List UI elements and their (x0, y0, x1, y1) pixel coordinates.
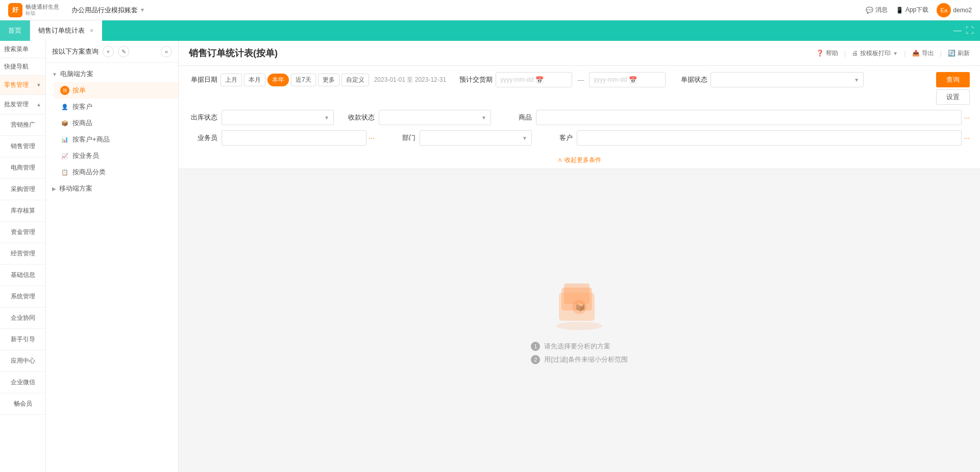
payment-label: 收款状态 (346, 113, 375, 122)
scheme-label-by-salesperson: 按业务员 (72, 151, 99, 160)
dept-label: 部门 (387, 133, 415, 143)
export-icon: 📤 (912, 50, 920, 57)
company-dropdown-icon[interactable]: ▼ (140, 7, 145, 13)
goods-more-button[interactable]: ··· (964, 113, 970, 122)
data-area: 📦 1 请先选择要分析的方案 2 用[过滤]条件来缩小分析范围 (179, 169, 980, 472)
user-profile[interactable]: Ea demo2 (937, 3, 972, 17)
mobile-scheme-label: 移动端方案 (59, 184, 92, 193)
sidebar-item-finance[interactable]: 资金管理 (0, 222, 45, 243)
scheme-item-by-category[interactable]: 📋 按商品分类 (54, 164, 178, 180)
empty-steps: 1 请先选择要分析的方案 2 用[过滤]条件来缩小分析范围 (531, 342, 627, 364)
tab-sales-order-stats[interactable]: 销售订单统计表 × (30, 20, 102, 41)
date-btn-last-7-days[interactable]: 近7天 (291, 74, 316, 86)
main-content: 搜索菜单 快捷导航 零售管理 ▼ 批发管理 ▲ 营销推广 销售管理 电商管理 采… (0, 41, 980, 472)
scheme-label-by-category: 按商品分类 (72, 168, 106, 177)
left-panel-title: 按以下方案查询 (52, 47, 99, 56)
scheme-item-by-customer[interactable]: 👤 按客户 (54, 99, 178, 115)
print-icon: 🖨 (852, 50, 858, 57)
expected-date-start[interactable]: yyyy-mm-dd 📅 (496, 72, 572, 87)
scheme-item-by-salesperson[interactable]: 📈 按业务员 (54, 148, 178, 164)
scheme-label-by-goods: 按商品 (72, 119, 92, 128)
help-button[interactable]: ❓ 帮助 (816, 49, 838, 58)
edit-scheme-button[interactable]: ✎ (118, 46, 129, 57)
customer-label: 客户 (544, 133, 573, 143)
scheme-item-by-order[interactable]: 按 按单 (54, 82, 178, 99)
right-content: 销售订单统计表(按单) ❓ 帮助 | 🖨 按模板打印 ▼ | 📤 导出 | (179, 41, 980, 472)
sidebar-quick-nav[interactable]: 快捷导航 (0, 58, 45, 76)
page-title: 销售订单统计表(按单) (189, 47, 278, 59)
delivery-label: 出库状态 (189, 113, 217, 122)
date-btn-custom[interactable]: 自定义 (341, 74, 369, 86)
add-scheme-button[interactable]: + (103, 46, 114, 57)
customer-more-button[interactable]: ··· (964, 134, 970, 142)
settings-button[interactable]: 设置 (936, 89, 970, 105)
filter-row-2: 出库状态 ▼ 收款状态 ▼ 商品 ··· (189, 110, 970, 125)
sidebar-item-system[interactable]: 系统管理 (0, 286, 45, 308)
sidebar-item-weixin[interactable]: 企业微信 (0, 372, 45, 393)
collapse-bar[interactable]: ∧ 收起更多条件 (179, 152, 980, 169)
app-icon: 📱 (896, 7, 903, 14)
query-button[interactable]: 查询 (936, 72, 970, 87)
sidebar-item-marketing[interactable]: 营销推广 (0, 114, 45, 136)
logo-area: 好 畅捷通好生意 标版 (8, 3, 59, 17)
salesperson-select[interactable] (222, 130, 366, 146)
sidebar-item-inventory[interactable]: 库存核算 (0, 200, 45, 222)
sidebar-item-new-guide[interactable]: 新手引导 (0, 329, 45, 350)
sidebar-item-ecommerce[interactable]: 电商管理 (0, 157, 45, 179)
tab-close-button[interactable]: × (90, 27, 93, 34)
sidebar-item-enterprise[interactable]: 企业协同 (0, 308, 45, 329)
date-btn-this-year[interactable]: 本年 (267, 74, 289, 86)
status-dropdown-icon: ▼ (854, 77, 859, 83)
help-icon: ❓ (816, 50, 824, 57)
tab-home[interactable]: 首页 (0, 20, 30, 41)
sidebar-item-wholesale[interactable]: 批发管理 ▲ (0, 95, 45, 114)
company-selector[interactable]: 办公用品行业模拟账套 ▼ (71, 6, 145, 15)
delivery-select[interactable]: ▼ (222, 110, 334, 125)
sidebar-item-app-center[interactable]: 应用中心 (0, 350, 45, 372)
left-panel: 按以下方案查询 + ✎ « ▼ 电脑端方案 按 按单 👤 按客户 📦 (46, 41, 179, 472)
status-select[interactable]: ▼ (710, 72, 864, 87)
scheme-label-by-order: 按单 (72, 86, 86, 95)
customer-select[interactable] (577, 130, 962, 146)
sidebar-item-basic-info[interactable]: 基础信息 (0, 265, 45, 286)
payment-dropdown-icon: ▼ (481, 115, 486, 121)
scheme-item-by-goods[interactable]: 📦 按商品 (54, 115, 178, 131)
scheme-icon-by-category: 📋 (60, 168, 69, 177)
filter-row-3: 业务员 ··· 部门 ▼ 客户 ··· (189, 130, 970, 146)
scheme-tree: ▼ 电脑端方案 按 按单 👤 按客户 📦 按商品 📊 按客户+商 (46, 63, 178, 200)
step-1-text: 请先选择要分析的方案 (544, 342, 610, 351)
refresh-button[interactable]: 🔄 刷新 (948, 49, 970, 58)
sidebar-item-sales[interactable]: 销售管理 (0, 136, 45, 157)
date-btn-last-month[interactable]: 上月 (220, 74, 242, 86)
sidebar-item-member[interactable]: 畅会员 (0, 393, 45, 415)
message-button[interactable]: 💬 消息 (866, 6, 888, 14)
dept-select[interactable]: ▼ (420, 130, 532, 146)
sidebar-search-menu[interactable]: 搜索菜单 (0, 41, 45, 58)
empty-step-2: 2 用[过滤]条件来缩小分析范围 (531, 355, 627, 364)
refresh-icon: 🔄 (948, 50, 955, 57)
print-template-button[interactable]: 🖨 按模板打印 ▼ (852, 49, 898, 58)
payment-select[interactable]: ▼ (379, 110, 491, 125)
svg-point-0 (556, 322, 602, 330)
scheme-icon-by-customer: 👤 (60, 102, 69, 111)
sidebar-item-retail[interactable]: 零售管理 ▼ (0, 76, 45, 95)
scheme-label-by-customer-goods: 按客户+商品 (72, 135, 110, 144)
svg-text:📦: 📦 (575, 302, 585, 312)
minimize-window-button[interactable]: — (953, 26, 962, 35)
app-download-button[interactable]: 📱 App下载 (896, 6, 928, 14)
sidebar-item-purchase[interactable]: 采购管理 (0, 179, 45, 200)
export-button[interactable]: 📤 导出 (912, 49, 934, 58)
maximize-window-button[interactable]: ⛶ (966, 26, 974, 35)
collapse-panel-button[interactable]: « (161, 46, 172, 57)
expected-date-end[interactable]: yyyy-mm-dd 📅 (589, 72, 666, 87)
salesperson-more-button[interactable]: ··· (369, 134, 375, 142)
goods-select[interactable] (536, 110, 962, 125)
scheme-icon-by-customer-goods: 📊 (60, 135, 69, 144)
pc-scheme-group[interactable]: ▼ 电脑端方案 (46, 66, 178, 82)
sidebar-item-operations[interactable]: 经营管理 (0, 243, 45, 265)
date-btn-this-month[interactable]: 本月 (244, 74, 265, 86)
scheme-item-by-customer-goods[interactable]: 📊 按客户+商品 (54, 131, 178, 148)
empty-state: 📦 1 请先选择要分析的方案 2 用[过滤]条件来缩小分析范围 (531, 277, 627, 364)
mobile-scheme-group[interactable]: ▶ 移动端方案 (46, 180, 178, 197)
date-btn-more[interactable]: 更多 (318, 74, 339, 86)
